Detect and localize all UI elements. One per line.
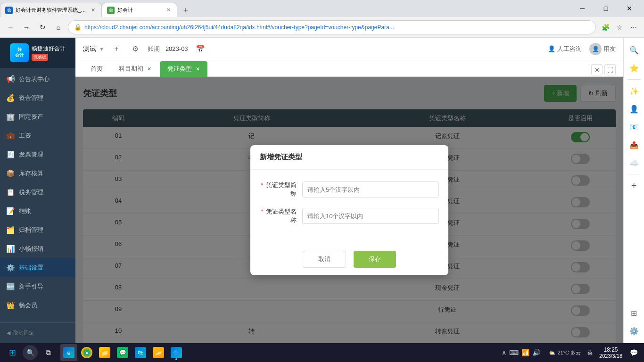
windows-logo-icon: ⊞ xyxy=(9,347,16,358)
calendar-icon[interactable]: 📅 xyxy=(194,42,207,56)
user-label: 用友 xyxy=(603,45,616,53)
header-right: 👤 人工咨询 👤 用友 xyxy=(548,43,616,55)
chrome-icon: ● xyxy=(81,347,92,358)
rp-person-icon[interactable]: 👤 xyxy=(626,100,643,117)
sidebar-item-guide[interactable]: 🆕 新手引导 xyxy=(0,277,75,296)
extensions-icon[interactable]: 🧩 xyxy=(599,21,612,34)
sidebar-item-membership[interactable]: 👑 畅会员 xyxy=(0,296,75,315)
sidebar-item-expense[interactable]: 📊 小畅报销 xyxy=(0,239,75,258)
sidebar-nav: 📢 公告表中心 💰 资金管理 🏢 固定资产 💼 工资 🧾 发票管理 xyxy=(0,68,75,322)
minimize-panel-button[interactable]: ✕ xyxy=(591,64,603,75)
new-tab-button[interactable]: + xyxy=(179,4,192,17)
label-abbr-text: 凭证类型简称 xyxy=(266,181,297,197)
tab-subjects-close[interactable]: ✕ xyxy=(147,66,151,72)
tab-home[interactable]: 首页 xyxy=(83,61,110,77)
tab-close-1[interactable]: ✕ xyxy=(89,7,97,14)
refresh-button[interactable]: ↻ xyxy=(36,21,49,34)
cancel-button[interactable]: 取消 xyxy=(303,251,346,268)
wifi-icon[interactable]: 📶 xyxy=(521,349,529,356)
favorites-icon[interactable]: ☆ xyxy=(613,21,626,34)
sidebar-item-funds[interactable]: 💰 资金管理 xyxy=(0,89,75,107)
volume-icon[interactable]: 🔊 xyxy=(532,349,540,356)
modal-body: * 凭证类型简称 * 凭证类型名称 xyxy=(250,170,448,245)
sidebar-label-tax: 税务管理 xyxy=(19,188,43,197)
rp-divider-2 xyxy=(627,174,641,174)
close-button[interactable]: ✕ xyxy=(619,0,640,17)
rp-magic-icon[interactable]: ✨ xyxy=(626,82,643,99)
notification-button[interactable]: 💬 xyxy=(627,346,640,359)
back-button[interactable]: ← xyxy=(4,21,17,34)
sidebar-item-inventory[interactable]: 📦 库存核算 xyxy=(0,164,75,183)
maximize-button[interactable]: □ xyxy=(595,0,617,17)
wechat-icon: 💬 xyxy=(117,347,128,358)
tab-subjects-label: 科目期初 xyxy=(119,65,143,73)
tab-voucher-type[interactable]: 凭证类型 ✕ xyxy=(160,61,207,77)
rp-send-icon[interactable]: 📤 xyxy=(626,136,643,153)
expand-panel-button[interactable]: ⛶ xyxy=(604,64,616,75)
sidebar-item-settings[interactable]: ⚙️ 基础设置 xyxy=(0,258,75,277)
page-body: 凭证类型 + 新增 ↻ 刷新 编码 凭证类型简称 凭证类型名称 xyxy=(75,77,623,343)
workspace-selector[interactable]: 测试 ▼ xyxy=(83,45,104,53)
consult-button[interactable]: 👤 人工咨询 xyxy=(548,45,582,53)
rp-cloud-icon[interactable]: ☁️ xyxy=(626,154,643,171)
sidebar-item-announcements[interactable]: 📢 公告表中心 xyxy=(0,70,75,89)
start-button[interactable]: ⊞ xyxy=(4,344,21,361)
language-indicator[interactable]: 英 xyxy=(586,349,594,356)
keyboard-icon[interactable]: ⌨ xyxy=(509,349,519,356)
sidebar-item-archive[interactable]: 🗂️ 归档管理 xyxy=(0,221,75,239)
taskbar-app-edge2[interactable]: 🔷 xyxy=(168,344,185,361)
taskbar-app-store[interactable]: 🛍 xyxy=(132,344,149,361)
minimize-button[interactable]: ─ xyxy=(571,0,593,17)
address-bar: ← → ↻ ⌂ 🔒 https://cloud2.chanjet.com/acc… xyxy=(0,17,644,38)
add-workspace-button[interactable]: + xyxy=(110,42,123,56)
taskbar-app-chrome[interactable]: ● xyxy=(78,344,95,361)
sidebar-item-tax[interactable]: 📋 税务管理 xyxy=(0,183,75,202)
input-name[interactable] xyxy=(302,208,439,224)
weather-widget[interactable]: ⛅ 21°C 多云 xyxy=(546,349,584,356)
task-view-icon: ⧉ xyxy=(46,348,51,357)
rp-add-icon[interactable]: + xyxy=(626,177,643,194)
address-input[interactable]: 🔒 https://cloud2.chanjet.com/accounting/… xyxy=(68,20,596,34)
home-button[interactable]: ⌂ xyxy=(52,21,65,34)
sidebar-item-payroll[interactable]: 💼 工资 xyxy=(0,126,75,145)
browser-tab-2[interactable]: 会 好会计 ✕ xyxy=(102,3,177,17)
rp-outlook-icon[interactable]: 📧 xyxy=(626,118,643,135)
save-button[interactable]: 保存 xyxy=(354,251,396,268)
task-view-button[interactable]: ⧉ xyxy=(40,344,57,361)
sidebar-item-invoices[interactable]: 🧾 发票管理 xyxy=(0,145,75,164)
sidebar-label-funds: 资金管理 xyxy=(19,94,43,102)
sidebar-bottom: ◀ 取消固定 xyxy=(0,322,75,343)
logo-badge: 流畅版 xyxy=(32,54,48,61)
user-info[interactable]: 👤 用友 xyxy=(589,43,616,55)
taskbar-app-edge[interactable]: e xyxy=(60,344,77,361)
sidebar-label-expense: 小畅报销 xyxy=(19,245,43,253)
taskbar-search-button[interactable]: 🔍 xyxy=(23,345,38,360)
input-abbr[interactable] xyxy=(302,181,439,197)
rp-search-icon[interactable]: 🔍 xyxy=(626,41,643,58)
forward-button[interactable]: → xyxy=(20,21,33,34)
taskbar-app-folder[interactable]: 📂 xyxy=(150,344,167,361)
sidebar-label-invoices: 发票管理 xyxy=(19,150,43,159)
tab-favicon-2: 会 xyxy=(107,7,115,14)
clock[interactable]: 18:25 2023/3/18 xyxy=(596,346,625,359)
taskbar-app-wechat[interactable]: 💬 xyxy=(114,344,131,361)
browser-menu-icon[interactable]: ⋯ xyxy=(627,21,640,34)
app-container: 好会计 畅捷通好合计 流畅版 📢 公告表中心 💰 资金管理 🏢 固定资产 xyxy=(0,38,644,343)
sidebar-item-settlement[interactable]: 📝 结账 xyxy=(0,202,75,221)
cancel-pin-button[interactable]: ◀ 取消固定 xyxy=(4,327,72,339)
rp-grid-icon[interactable]: ⊞ xyxy=(626,304,643,321)
settings-button[interactable]: ⚙ xyxy=(129,42,142,56)
tray-chevron[interactable]: ∧ xyxy=(502,349,506,356)
rp-star-icon[interactable]: ⭐ xyxy=(626,59,643,76)
tab-close-2[interactable]: ✕ xyxy=(165,7,172,14)
taskbar-app-explorer[interactable]: 📁 xyxy=(96,344,113,361)
tab-voucher-close[interactable]: ✕ xyxy=(196,66,200,72)
tab-subjects[interactable]: 科目期初 ✕ xyxy=(111,61,159,77)
browser-tab-1[interactable]: 会 好会计云财务软件管理系统_会计 ✕ xyxy=(0,3,102,17)
tab-title-1: 好会计云财务软件管理系统_会计 xyxy=(16,7,86,14)
modal-header: 新增凭证类型 xyxy=(250,145,448,170)
rp-gear-icon[interactable]: ⚙️ xyxy=(626,322,643,339)
sidebar-item-fixed-assets[interactable]: 🏢 固定资产 xyxy=(0,107,75,126)
sidebar-label-archive: 归档管理 xyxy=(19,226,43,234)
logo-name: 畅捷通好合计 xyxy=(32,45,66,53)
